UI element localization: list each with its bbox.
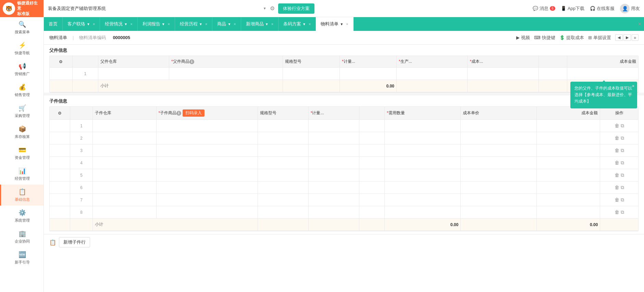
child-warehouse-8[interactable] bbox=[93, 206, 156, 219]
tab-products[interactable]: 商品 ▼ × bbox=[212, 17, 241, 31]
nav-next-button[interactable]: ▶ bbox=[623, 34, 631, 41]
sidebar-item-system[interactable]: ⚙️ 系统管理 bbox=[0, 206, 44, 226]
child-spec-6[interactable] bbox=[258, 182, 308, 194]
delete-icon[interactable]: 🗑 bbox=[615, 185, 619, 190]
copy-icon[interactable]: ⧉ bbox=[621, 172, 624, 178]
child-unitcost-8[interactable] bbox=[461, 206, 537, 219]
tooltip-close-button[interactable]: × bbox=[632, 83, 634, 90]
page-close-button[interactable]: × bbox=[635, 21, 644, 27]
child-product-4[interactable] bbox=[156, 157, 258, 169]
delete-icon[interactable]: 🗑 bbox=[615, 209, 619, 215]
sidebar-item-guide[interactable]: 🆕 新手引导 bbox=[0, 247, 44, 268]
child-unit-7[interactable] bbox=[308, 194, 359, 206]
tab-customer[interactable]: 客户联络 ▼ × bbox=[63, 17, 100, 31]
app-download-button[interactable]: 📱 App下载 bbox=[561, 5, 584, 12]
shortcut-action[interactable]: ⌨ 快捷键 bbox=[534, 35, 555, 41]
child-quantity-4[interactable] bbox=[384, 157, 460, 169]
child-spec-5[interactable] bbox=[258, 169, 308, 182]
child-product-6[interactable] bbox=[156, 182, 258, 194]
child-amount-5[interactable] bbox=[537, 169, 600, 182]
cost-action[interactable]: 💲 提取成本 bbox=[559, 35, 584, 41]
tab-newproduct[interactable]: 新增商品 ▼ × bbox=[241, 17, 278, 31]
child-unitcost-2[interactable] bbox=[461, 132, 537, 144]
child-warehouse-4[interactable] bbox=[93, 157, 156, 169]
sidebar-item-marketing[interactable]: 📢 营销推广 bbox=[0, 59, 44, 80]
product-info-icon[interactable]: ℹ bbox=[189, 59, 194, 64]
child-warehouse-2[interactable] bbox=[93, 132, 156, 144]
child-warehouse-6[interactable] bbox=[93, 182, 156, 194]
child-unitcost-4[interactable] bbox=[461, 157, 537, 169]
copy-icon[interactable]: ⧉ bbox=[621, 148, 624, 153]
tab-close-operations[interactable]: × bbox=[130, 22, 132, 26]
child-amount-4[interactable] bbox=[537, 157, 600, 169]
tab-close-customer[interactable]: × bbox=[93, 22, 95, 26]
sidebar-item-inventory[interactable]: 📦 库存核算 bbox=[0, 122, 44, 143]
tab-close-bom[interactable]: × bbox=[346, 22, 348, 26]
child-unit-5[interactable] bbox=[308, 169, 359, 182]
child-product-2[interactable] bbox=[156, 132, 258, 144]
tab-bom[interactable]: 物料清单 ▼ × bbox=[316, 17, 353, 31]
th-child-settings[interactable]: ⚙ bbox=[50, 107, 70, 120]
tab-home[interactable]: 首页 bbox=[44, 17, 63, 31]
tab-barcode[interactable]: 条码方案 ▼ × bbox=[278, 17, 316, 31]
child-unit-4[interactable] bbox=[308, 157, 359, 169]
sidebar-item-finance[interactable]: 💳 资金管理 bbox=[0, 143, 44, 164]
child-spec-1[interactable] bbox=[258, 120, 308, 132]
child-product-7[interactable] bbox=[156, 194, 258, 206]
child-unit-1[interactable] bbox=[308, 120, 359, 132]
sidebar-item-purchase[interactable]: 🛒 采购管理 bbox=[0, 101, 44, 122]
child-product-5[interactable] bbox=[156, 169, 258, 182]
child-amount-1[interactable] bbox=[537, 120, 600, 132]
child-amount-8[interactable] bbox=[537, 206, 600, 219]
tab-history[interactable]: 经营历程 ▼ × bbox=[175, 17, 212, 31]
parent-spec-cell[interactable] bbox=[283, 68, 340, 80]
child-product-3[interactable] bbox=[156, 144, 258, 157]
child-unitcost-1[interactable] bbox=[461, 120, 537, 132]
tab-close-profit[interactable]: × bbox=[168, 22, 170, 26]
parent-produce-cell[interactable] bbox=[397, 68, 468, 80]
delete-icon[interactable]: 🗑 bbox=[615, 197, 619, 203]
sidebar-item-quicknav[interactable]: ⚡ 快捷导航 bbox=[0, 38, 44, 59]
child-spec-7[interactable] bbox=[258, 194, 308, 206]
child-unitcost-6[interactable] bbox=[461, 182, 537, 194]
scan-button[interactable]: 扫码录入 bbox=[183, 109, 205, 117]
settings-icon[interactable]: ⚙ bbox=[270, 5, 275, 12]
tab-operations[interactable]: 经营情况 ▼ × bbox=[100, 17, 137, 31]
nav-menu-button[interactable]: ≡ bbox=[632, 34, 639, 41]
delete-icon[interactable]: 🗑 bbox=[615, 123, 619, 129]
delete-icon[interactable]: 🗑 bbox=[615, 135, 619, 141]
child-spec-4[interactable] bbox=[258, 157, 308, 169]
child-quantity-5[interactable] bbox=[384, 169, 460, 182]
child-quantity-3[interactable] bbox=[384, 144, 460, 157]
child-warehouse-7[interactable] bbox=[93, 194, 156, 206]
child-warehouse-1[interactable] bbox=[93, 120, 156, 132]
tab-close-newproduct[interactable]: × bbox=[271, 22, 273, 26]
child-spec-8[interactable] bbox=[258, 206, 308, 219]
child-warehouse-5[interactable] bbox=[93, 169, 156, 182]
view-action[interactable]: ▶ 视频 bbox=[516, 35, 530, 41]
child-unitcost-7[interactable] bbox=[461, 194, 537, 206]
sidebar-item-search[interactable]: 🔍 搜索菜单 bbox=[0, 17, 44, 38]
child-product-info-icon[interactable]: ℹ bbox=[176, 111, 181, 116]
tab-profit[interactable]: 利润报告 ▼ × bbox=[138, 17, 175, 31]
child-amount-6[interactable] bbox=[537, 182, 600, 194]
child-quantity-1[interactable] bbox=[384, 120, 460, 132]
th-settings[interactable]: ⚙ bbox=[50, 56, 72, 68]
child-unit-6[interactable] bbox=[308, 182, 359, 194]
sidebar-item-operation[interactable]: 📊 经营管理 bbox=[0, 164, 44, 185]
child-product-8[interactable] bbox=[156, 206, 258, 219]
user-menu[interactable]: 👤 用友 bbox=[620, 4, 640, 13]
parent-cost-cell[interactable] bbox=[468, 68, 538, 80]
child-amount-7[interactable] bbox=[537, 194, 600, 206]
message-button[interactable]: 💬 消息 6 bbox=[533, 5, 555, 12]
copy-icon[interactable]: ⧉ bbox=[621, 197, 624, 203]
child-quantity-2[interactable] bbox=[384, 132, 460, 144]
single-setting-action[interactable]: ⊞ 单据设置 bbox=[588, 35, 611, 41]
parent-amount-cell[interactable] bbox=[567, 68, 638, 80]
child-spec-2[interactable] bbox=[258, 132, 308, 144]
online-service-button[interactable]: 🎧 在线客服 bbox=[590, 5, 615, 12]
nav-prev-button[interactable]: ◀ bbox=[615, 34, 623, 41]
child-quantity-6[interactable] bbox=[384, 182, 460, 194]
copy-icon[interactable]: ⧉ bbox=[621, 185, 624, 190]
child-unitcost-5[interactable] bbox=[461, 169, 537, 182]
